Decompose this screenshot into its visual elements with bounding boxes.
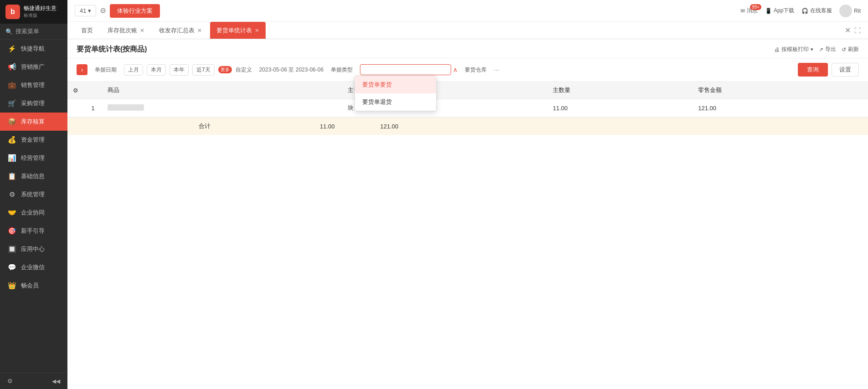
print-arrow-icon: ▾ bbox=[811, 46, 813, 52]
date-options: 上月 本月 本年 近7天 更多 自定义 bbox=[124, 64, 252, 76]
marketing-icon: 📢 bbox=[7, 62, 16, 72]
app-download-button[interactable]: 📱 App下载 bbox=[765, 7, 794, 15]
member-icon: 👑 bbox=[7, 281, 16, 290]
online-service-button[interactable]: 🎧 在线客服 bbox=[801, 7, 832, 15]
type-filter-arrow[interactable]: ∧ bbox=[453, 66, 457, 73]
col-amount-header: 零售金额 bbox=[693, 82, 868, 99]
sidebar-collapse-icon[interactable]: ◀◀ bbox=[52, 378, 60, 384]
sidebar-item-marketing[interactable]: 📢 营销推广 bbox=[0, 58, 67, 76]
sidebar-item-inventory[interactable]: 📦 库存核算 bbox=[0, 113, 67, 131]
refresh-button[interactable]: ↺ 刷新 bbox=[842, 46, 859, 53]
settings-button[interactable]: 设置 bbox=[832, 63, 859, 77]
sales-icon: 💼 bbox=[7, 81, 16, 90]
filter-expand-button[interactable]: › bbox=[77, 64, 87, 75]
date-this-month[interactable]: 本月 bbox=[147, 64, 166, 76]
tab-order-stats[interactable]: 要货单统计表 ✕ bbox=[210, 22, 266, 39]
branch-name: 41 bbox=[80, 7, 86, 14]
footer-label: 合计 bbox=[199, 122, 211, 130]
print-label: 按模板打印 bbox=[781, 46, 809, 53]
user-name: Rit bbox=[854, 8, 861, 14]
sidebar-item-label: 经营管理 bbox=[21, 154, 45, 162]
online-service-label: 在线客服 bbox=[810, 7, 832, 15]
table-header-row: ⚙ 商品 主计量单位 主数量 零售金额 bbox=[67, 82, 868, 99]
tabs-close-all[interactable]: ✕ bbox=[845, 26, 851, 35]
base-icon: 📋 bbox=[7, 172, 16, 181]
sidebar-item-apps[interactable]: 🔲 应用中心 bbox=[0, 240, 67, 258]
sidebar-item-label: 基础信息 bbox=[21, 172, 45, 180]
sidebar-item-operation[interactable]: 📊 经营管理 bbox=[0, 149, 67, 167]
tabs-expand[interactable]: ⛶ bbox=[854, 27, 861, 34]
date-range-display: 2023-05-06 至 2023-06-06 bbox=[259, 66, 324, 74]
query-button[interactable]: 查询 bbox=[798, 63, 828, 77]
tab-inventory-batch[interactable]: 库存批次账 ✕ bbox=[101, 22, 151, 39]
sidebar-item-sales[interactable]: 💼 销售管理 bbox=[0, 76, 67, 94]
tab-home[interactable]: 首页 bbox=[75, 22, 99, 39]
tabs-actions: ✕ ⛶ bbox=[845, 26, 861, 35]
sidebar-item-label: 营销推广 bbox=[21, 63, 45, 71]
col-settings-header[interactable]: ⚙ bbox=[67, 82, 84, 99]
date-this-year[interactable]: 本年 bbox=[169, 64, 189, 76]
sidebar-search-label: 搜索菜单 bbox=[15, 27, 39, 36]
date-more-badge[interactable]: 更多 bbox=[218, 66, 232, 73]
app-logo: b 畅捷通好生意 标准版 bbox=[0, 0, 67, 24]
enterprise-icon: 🤝 bbox=[7, 208, 16, 217]
print-button[interactable]: 🖨 按模板打印 ▾ bbox=[774, 46, 813, 53]
sidebar-item-label: 资金管理 bbox=[21, 136, 45, 144]
sidebar-item-base[interactable]: 📋 基础信息 bbox=[0, 167, 67, 185]
sidebar-item-quick-nav[interactable]: ⚡ 快捷导航 bbox=[0, 40, 67, 58]
export-icon: ↗ bbox=[819, 46, 823, 53]
dropdown-item-purchase-order[interactable]: 要货单要货 bbox=[355, 76, 436, 93]
printer-icon: 🖨 bbox=[774, 46, 780, 53]
sidebar-item-system[interactable]: ⚙ 系统管理 bbox=[0, 185, 67, 204]
sidebar-item-finance[interactable]: 💰 资金管理 bbox=[0, 131, 67, 149]
sidebar-item-label: 畅会员 bbox=[21, 282, 39, 290]
row-product bbox=[102, 99, 342, 117]
date-prev-month[interactable]: 上月 bbox=[124, 64, 143, 76]
app-download-label: App下载 bbox=[774, 7, 794, 15]
tab-order-stats-close[interactable]: ✕ bbox=[255, 27, 259, 34]
settings-icon: ⚙ bbox=[73, 87, 78, 94]
tab-order-stats-label: 要货单统计表 bbox=[216, 26, 252, 35]
date-custom-button[interactable]: 自定义 bbox=[236, 66, 252, 74]
topbar-settings-icon[interactable]: ⚙ bbox=[100, 6, 106, 15]
app-name: 畅捷通好生意 bbox=[24, 5, 56, 12]
wechat-icon: 💬 bbox=[7, 263, 16, 272]
page-content: 要货单统计表(按商品) 🖨 按模板打印 ▾ ↗ 导出 ↺ 刷新 bbox=[67, 39, 868, 389]
tab-home-label: 首页 bbox=[81, 26, 93, 35]
purchase-icon: 🛒 bbox=[7, 99, 16, 108]
branch-selector[interactable]: 41 ▾ bbox=[75, 5, 96, 16]
page-header: 要货单统计表(按商品) 🖨 按模板打印 ▾ ↗ 导出 ↺ 刷新 bbox=[67, 39, 868, 58]
date-last-7days[interactable]: 近7天 bbox=[192, 64, 215, 76]
topbar-right: ✉ 消息 99+ 📱 App下载 🎧 在线客服 Rit bbox=[740, 5, 861, 17]
footer-amount: 121.00 bbox=[380, 123, 399, 130]
type-filter-wrapper: ∧ bbox=[360, 64, 457, 75]
tab-inventory-batch-label: 库存批次账 bbox=[108, 26, 137, 35]
filter-bar: › 单据日期 上月 本月 本年 近7天 更多 自定义 2023-05-06 至 … bbox=[67, 58, 868, 82]
user-menu[interactable]: Rit bbox=[839, 5, 861, 17]
trial-button[interactable]: 体验行业方案 bbox=[110, 4, 160, 18]
tab-receive-summary-close[interactable]: ✕ bbox=[197, 27, 202, 34]
export-button[interactable]: ↗ 导出 bbox=[819, 46, 836, 53]
messages-button[interactable]: ✉ 消息 99+ bbox=[740, 7, 758, 15]
refresh-label: 刷新 bbox=[848, 46, 859, 53]
system-icon: ⚙ bbox=[7, 190, 16, 199]
sidebar-item-wechat[interactable]: 💬 企业微信 bbox=[0, 258, 67, 276]
sidebar-search[interactable]: 🔍 搜索菜单 bbox=[0, 24, 67, 40]
type-filter-input[interactable] bbox=[360, 64, 451, 75]
page-inner: 要货单统计表(按商品) 🖨 按模板打印 ▾ ↗ 导出 ↺ 刷新 bbox=[67, 39, 868, 389]
apps-icon: 🔲 bbox=[7, 245, 16, 254]
sidebar-item-purchase[interactable]: 🛒 采购管理 bbox=[0, 94, 67, 113]
tab-receive-summary[interactable]: 收发存汇总表 ✕ bbox=[153, 22, 208, 39]
date-filter-label: 单据日期 bbox=[95, 66, 117, 74]
table-row: 1 块 11.00 121.00 bbox=[67, 99, 868, 117]
logo-icon: b bbox=[5, 5, 20, 19]
search-icon: 🔍 bbox=[5, 28, 13, 35]
dropdown-item-purchase-return[interactable]: 要货单退货 bbox=[355, 93, 436, 111]
sidebar-settings-icon[interactable]: ⚙ bbox=[7, 378, 13, 384]
finance-icon: 💰 bbox=[7, 135, 16, 144]
warehouse-filter-more[interactable]: ··· bbox=[494, 66, 499, 73]
sidebar-item-member[interactable]: 👑 畅会员 bbox=[0, 276, 67, 295]
tab-inventory-batch-close[interactable]: ✕ bbox=[140, 27, 144, 34]
sidebar-item-guide[interactable]: 🎯 新手引导 bbox=[0, 222, 67, 240]
sidebar-item-enterprise[interactable]: 🤝 企业协同 bbox=[0, 204, 67, 222]
